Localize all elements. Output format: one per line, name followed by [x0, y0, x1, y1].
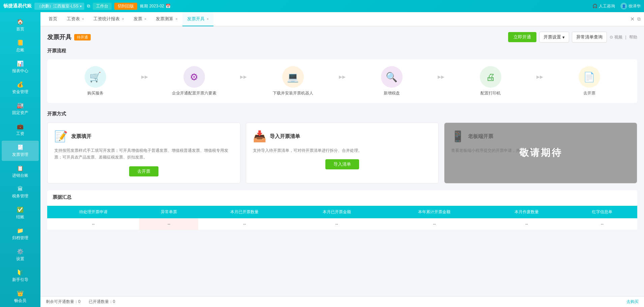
- import-list-button[interactable]: 导入清单: [325, 159, 359, 169]
- sidebar-label-member: 畅会员: [14, 298, 26, 304]
- sidebar-item-funds[interactable]: 💰 资金管理: [2, 78, 39, 98]
- ledger-icon: 📒: [17, 39, 24, 46]
- sidebar-label-purchase: 进销台账: [12, 173, 28, 178]
- help-link[interactable]: 帮助: [629, 34, 637, 40]
- summary-table: 待处理开票申请 异常单票 本月已开票数量 本月已开票金额 本年累计开票金额 本月…: [47, 206, 637, 230]
- method-card-manual: 📝 发票填开 支持按照发票样式手工填写开发票；可开具增值税电子普通发票、增值税普…: [47, 122, 240, 184]
- flow-step-configure: ⚙ 企业开通配置开票六要素: [149, 66, 239, 96]
- tab-close-salary[interactable]: ×: [82, 17, 84, 21]
- sidebar-label-settings: 设置: [16, 256, 24, 262]
- opened-label: 已开通数量：0: [89, 299, 115, 305]
- flow-step-printer: 🖨 配置打印机: [446, 66, 535, 96]
- sidebar-item-guide[interactable]: 🔰 新手引导: [2, 266, 39, 286]
- sidebar-label-reconcile: 结账: [16, 214, 24, 220]
- video-help-link[interactable]: 视频: [614, 34, 622, 40]
- guide-icon: 🔰: [17, 269, 24, 276]
- cell-pending: --: [47, 218, 139, 230]
- sidebar-label-ledger: 总账: [16, 47, 24, 53]
- support-btn[interactable]: 🎧 人工咨询: [592, 3, 615, 9]
- abnormal-query-button[interactable]: 异常清单查询: [572, 32, 607, 43]
- flow-section-title: 开票流程: [47, 48, 637, 54]
- top-bar-left: 畅捷通易代账 （勿删）江西服室-LSS ▾ ⧉ 工作台 切到旧版 账期 2023…: [3, 3, 171, 10]
- manual-desc: 支持按照发票样式手工填写开发票；可开具增值税电子普通发票、增值税普通发票、增值税…: [54, 147, 233, 161]
- methods-section: 开票方式 📝 发票填开 支持按照发票样式手工填写开发票；可开具增值税电子普通发票…: [47, 111, 637, 184]
- cell-month-amount: --: [291, 218, 383, 230]
- go-invoice-button[interactable]: 去开票: [129, 166, 158, 176]
- flow-arrow-4: ▸▸: [438, 73, 444, 81]
- summary-table-header: 待处理开票申请 异常单票 本月已开票数量 本月已开票金额 本年累计开票金额 本月…: [47, 206, 637, 218]
- user-info[interactable]: 👤 徐泽华: [620, 3, 641, 9]
- sidebar-item-home[interactable]: 🏠 首页: [2, 15, 39, 35]
- user-avatar: 👤: [620, 3, 627, 9]
- headset-icon: 🎧: [592, 4, 597, 8]
- open-now-button[interactable]: 立即开通: [508, 32, 536, 42]
- flow-step-download: 💻 下载并安装开票机器人: [248, 66, 338, 96]
- app-brand: 畅捷通易代账: [3, 3, 32, 9]
- home-icon: 🏠: [17, 19, 24, 25]
- tab-close-invoice[interactable]: ×: [144, 17, 146, 21]
- period-label: 账期 2023-02 📅: [140, 3, 171, 9]
- page-title: 发票开具: [47, 33, 71, 41]
- sidebar-item-reconcile[interactable]: ✅ 结账: [2, 203, 39, 223]
- archive-icon: 📁: [17, 227, 24, 234]
- sidebar-label-funds: 资金管理: [12, 89, 28, 95]
- top-bar-right: 🎧 人工咨询 👤 徐泽华: [592, 3, 641, 9]
- sidebar-item-archive[interactable]: 📁 归档管理: [2, 224, 39, 244]
- manual-title: 发票填开: [71, 133, 91, 140]
- buy-link[interactable]: 去购买: [626, 299, 639, 305]
- open-settings-button[interactable]: 开票设置 ▾: [539, 32, 569, 43]
- buy-service-icon: 🛒: [85, 66, 106, 88]
- tab-close-invoice-calc[interactable]: ×: [175, 17, 177, 21]
- assets-icon: 🏭: [17, 102, 24, 109]
- switch-btn[interactable]: 切到旧版: [114, 3, 137, 10]
- restore-tab-btn[interactable]: ⧉: [637, 16, 641, 22]
- cell-month-count: --: [198, 218, 290, 230]
- flow-steps: 🛒 购买服务 ▸▸ ⚙ 企业开通配置开票六要素 ▸▸ 💻: [47, 59, 637, 103]
- salary-icon: 💼: [17, 123, 24, 130]
- sidebar-label-home: 首页: [16, 26, 24, 32]
- tab-home[interactable]: 首页: [44, 12, 62, 26]
- sidebar-item-salary[interactable]: 💼 工资: [2, 120, 39, 140]
- sidebar-item-ledger[interactable]: 📒 总账: [2, 36, 39, 56]
- download-label: 下载并安装开票机器人: [273, 90, 313, 96]
- sidebar-item-settings[interactable]: ⚙️ 设置: [2, 245, 39, 265]
- tab-invoice-tool[interactable]: 发票开具 ×: [182, 12, 213, 26]
- table-row: -- -- -- -- -- -- --: [47, 218, 637, 230]
- summary-section-title: 票据汇总: [47, 190, 637, 200]
- close-all-tabs-btn[interactable]: ✕: [630, 16, 635, 22]
- tab-invoice[interactable]: 发票 ×: [129, 12, 151, 26]
- sidebar-label-archive: 归档管理: [12, 235, 28, 241]
- cell-red-info: --: [567, 218, 637, 230]
- main-layout: 🏠 首页 📒 总账 📊 报表中心 💰 资金管理 🏭 固定资产 💼 工资 🧾 发票…: [0, 12, 644, 307]
- copy-icon[interactable]: ⧉: [87, 3, 90, 9]
- tab-salary[interactable]: 工资表 ×: [62, 12, 89, 26]
- sidebar-item-reports[interactable]: 📊 报表中心: [2, 57, 39, 77]
- sidebar-item-tax[interactable]: 🏛 税务管理: [2, 183, 39, 202]
- method-card-manual-header: 📝 发票填开: [54, 130, 233, 143]
- start-label: 去开票: [583, 90, 595, 96]
- sidebar-item-purchase[interactable]: 📋 进销台账: [2, 162, 39, 182]
- tab-close-salary-report[interactable]: ×: [122, 17, 124, 21]
- sidebar: 🏠 首页 📒 总账 📊 报表中心 💰 资金管理 🏭 固定资产 💼 工资 🧾 发票…: [0, 12, 40, 307]
- tab-invoice-calc[interactable]: 发票测算 ×: [151, 12, 182, 26]
- boss-overlay-text: 敬请期待: [519, 146, 562, 159]
- page-content: 发票开具 待开通 立即开通 开票设置 ▾ 异常清单查询 ⊙ 视频 ｜ 帮助: [40, 26, 644, 296]
- page-header: 发票开具 待开通 立即开通 开票设置 ▾ 异常清单查询 ⊙ 视频 ｜ 帮助: [47, 32, 637, 43]
- sidebar-item-assets[interactable]: 🏭 固定资产: [2, 99, 39, 119]
- summary-section: 票据汇总 待处理开票申请 异常单票 本月已开票数量 本月已开票金额 本年累计开票…: [47, 190, 637, 230]
- workspace-btn[interactable]: 工作台: [93, 3, 112, 10]
- download-icon: 💻: [282, 66, 304, 88]
- import-footer: 导入清单: [253, 159, 432, 169]
- company-selector[interactable]: （勿删）江西服室-LSS ▾: [34, 3, 84, 10]
- methods-section-title: 开票方式: [47, 111, 637, 117]
- import-title: 导入开票清单: [270, 133, 300, 140]
- tab-salary-report[interactable]: 工资统计报表 ×: [89, 12, 128, 26]
- sidebar-item-invoice-mgmt[interactable]: 🧾 发票管理: [2, 141, 39, 161]
- col-month-count: 本月已开票数量: [198, 206, 290, 218]
- method-card-import: 📥 导入开票清单 支持导入待开票清单，可对待开票清单进行拆分、合并处理。 导入清…: [246, 122, 439, 184]
- calendar-icon[interactable]: 📅: [166, 4, 171, 8]
- sidebar-item-member[interactable]: 👑 畅会员: [2, 287, 39, 307]
- tab-close-invoice-tool[interactable]: ×: [207, 17, 209, 21]
- sidebar-label-salary: 工资: [16, 131, 24, 137]
- manual-icon: 📝: [54, 130, 68, 143]
